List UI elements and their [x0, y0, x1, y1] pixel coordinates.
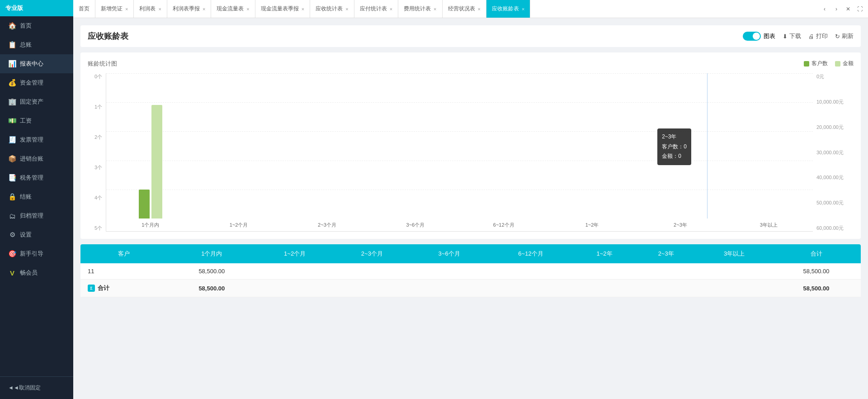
sidebar: 专业版 🏠 首页 📋 总账 📊 报表中心 💰 资金管理 🏢 固定资产 💵 工资 … [0, 0, 73, 399]
total-icon: Σ [88, 285, 95, 292]
table-row: 11 58,500.00 58,500.00 [80, 263, 861, 280]
sidebar-item-reports[interactable]: 📊 报表中心 [0, 54, 73, 73]
x-label-2: 1~2个月 [194, 218, 283, 231]
td-y3plus [697, 263, 772, 280]
sidebar-item-label: 固定资产 [20, 98, 43, 106]
td-total-y23 [635, 280, 697, 297]
tab-new-voucher[interactable]: 新增凭证 × [95, 0, 134, 18]
refresh-icon: ↻ [835, 33, 840, 40]
x-labels: 1个月内 1~2个月 2~3个月 3~6个月 6~12个月 1~2年 2~3年 … [106, 218, 813, 231]
tab-expense-stats[interactable]: 费用统计表 × [398, 0, 442, 18]
tab-receivable-stats[interactable]: 应收统计表 × [310, 0, 354, 18]
chart-toggle[interactable] [743, 32, 761, 41]
tab-profit[interactable]: 利润表 × [134, 0, 167, 18]
tab-next-button[interactable]: › [831, 4, 842, 14]
bar-group [460, 73, 548, 218]
tab-close-icon[interactable]: × [478, 6, 481, 12]
refresh-label: 刷新 [842, 32, 854, 40]
sidebar-item-close[interactable]: 🔒 结账 [0, 187, 73, 206]
legend-dot-customers [804, 61, 809, 66]
tab-label: 现金流量表季报 [261, 5, 299, 13]
ledger-icon: 📋 [8, 41, 16, 49]
sidebar-item-funds[interactable]: 💰 资金管理 [0, 73, 73, 92]
tab-close-icon[interactable]: × [158, 6, 161, 12]
td-customer: 11 [80, 263, 167, 280]
y-axis-right: 60,000.00元 50,000.00元 40,000.00元 30,000.… [813, 73, 854, 232]
tab-profit-quarterly[interactable]: 利润表季报 × [167, 0, 211, 18]
sidebar-item-label: 工资 [20, 117, 32, 125]
tab-close-icon[interactable]: × [434, 6, 436, 12]
x-label-4: 3~6个月 [371, 218, 459, 231]
sidebar-item-assets[interactable]: 🏢 固定资产 [0, 92, 73, 111]
tab-cashflow-quarterly[interactable]: 现金流量表季报 × [255, 0, 310, 18]
tab-close-icon[interactable]: × [522, 6, 524, 12]
chart-card: 账龄统计图 客户数 金额 5个 4个 3个 2个 1个 [80, 52, 861, 239]
bar-group [548, 73, 636, 218]
sidebar-item-ledger[interactable]: 📋 总账 [0, 35, 73, 54]
sidebar-item-salary[interactable]: 💵 工资 [0, 111, 73, 130]
td-total-m1: 58,500.00 [167, 280, 256, 297]
tab-label: 应付统计表 [360, 5, 387, 13]
tab-close-icon[interactable]: × [125, 6, 128, 12]
settings-icon: ⚙ [8, 231, 16, 239]
guide-icon: 🎯 [8, 250, 16, 258]
legend-amount-label: 金额 [843, 60, 854, 67]
tab-label: 现金流量表 [217, 5, 244, 13]
tab-cashflow[interactable]: 现金流量表 × [211, 0, 255, 18]
refresh-button[interactable]: ↻ 刷新 [835, 32, 854, 40]
tab-close-icon[interactable]: × [390, 6, 392, 12]
td-total-y3plus [697, 280, 772, 297]
tab-receivable-aging[interactable]: 应收账龄表 × [486, 0, 530, 18]
th-y3plus: 3年以上 [697, 244, 772, 263]
y-axis-left: 5个 4个 3个 2个 1个 0个 [88, 73, 106, 232]
td-total-label: Σ 合计 [80, 280, 167, 297]
sidebar-item-label: 畅会员 [20, 269, 38, 277]
chart-toggle-label: 图表 [764, 32, 775, 40]
tab-close-icon[interactable]: × [246, 6, 249, 12]
page-header: 应收账龄表 图表 ⬇ 下载 🖨 打印 ↻ 刷新 [80, 25, 861, 47]
page-title: 应收账龄表 [88, 31, 128, 42]
bar-group [283, 73, 371, 218]
sidebar-item-guide[interactable]: 🎯 新手引导 [0, 244, 73, 263]
sidebar-item-settings[interactable]: ⚙ 设置 [0, 225, 73, 244]
th-m23: 2~3个月 [333, 244, 410, 263]
download-button[interactable]: ⬇ 下载 [783, 32, 801, 40]
tab-payable-stats[interactable]: 应付统计表 × [354, 0, 398, 18]
print-button[interactable]: 🖨 打印 [808, 32, 828, 40]
tab-home[interactable]: 首页 [73, 0, 95, 18]
tab-expand-button[interactable]: ⛶ [854, 4, 865, 14]
aging-table: 客户 1个月内 1~2个月 2~3个月 3~6个月 6~12个月 1~2年 2~… [80, 244, 861, 297]
sidebar-item-invoice[interactable]: 🧾 发票管理 [0, 130, 73, 149]
sidebar-item-archive[interactable]: 🗂 归档管理 [0, 206, 73, 225]
tab-label: 利润表季报 [173, 5, 200, 13]
sidebar-item-label: 进销台账 [20, 155, 43, 163]
tab-label: 新增凭证 [101, 5, 123, 13]
archive-icon: 🗂 [8, 212, 16, 220]
sidebar-item-sales[interactable]: 📦 进销台账 [0, 149, 73, 168]
th-customer: 客户 [80, 244, 167, 263]
bar-group [636, 73, 724, 218]
bar-group [371, 73, 459, 218]
tab-close-icon[interactable]: × [302, 6, 304, 12]
td-total: 58,500.00 [772, 263, 861, 280]
sidebar-item-tax[interactable]: 📑 税务管理 [0, 168, 73, 187]
tab-bar: 首页 新增凭证 × 利润表 × 利润表季报 × 现金流量表 × 现金流量表季报 … [73, 0, 868, 18]
sidebar-item-vip[interactable]: V 畅会员 [0, 263, 73, 282]
tab-close-icon[interactable]: × [345, 6, 348, 12]
app-logo: 专业版 [0, 0, 73, 16]
tab-prev-button[interactable]: ‹ [819, 4, 830, 14]
sidebar-item-label: 资金管理 [20, 79, 43, 87]
reports-icon: 📊 [8, 60, 16, 68]
tab-close-icon[interactable]: × [203, 6, 205, 12]
page-actions: 图表 ⬇ 下载 🖨 打印 ↻ 刷新 [743, 32, 854, 41]
th-m36: 3~6个月 [410, 244, 488, 263]
sidebar-item-home[interactable]: 🏠 首页 [0, 16, 73, 35]
unpin-button[interactable]: ◄◄取消固定 [0, 380, 73, 395]
invoice-icon: 🧾 [8, 136, 16, 144]
sidebar-item-label: 发票管理 [20, 136, 43, 144]
x-label-7: 2~3年 [636, 218, 724, 231]
tab-close-all-button[interactable]: ✕ [843, 4, 854, 14]
th-m612: 6~12个月 [488, 244, 574, 263]
download-label: 下载 [789, 32, 801, 40]
tab-operations[interactable]: 经营状况表 × [443, 0, 486, 18]
